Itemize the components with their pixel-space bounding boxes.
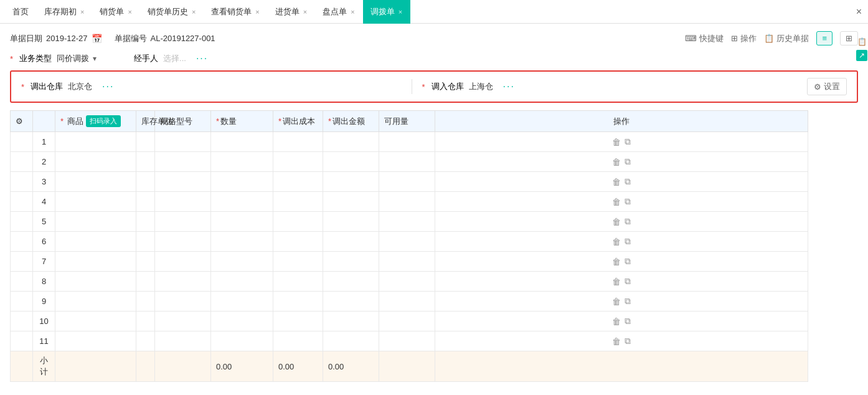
tab-close-inventory-init[interactable]: × [80,8,84,16]
row-avail-2[interactable] [379,152,435,172]
row-unit-11[interactable] [136,331,155,351]
row-spec-1[interactable] [155,132,211,152]
shortcuts-button[interactable]: ⌨ 快捷键 [685,33,724,44]
row-cost-6[interactable] [273,232,323,252]
row-unit-8[interactable] [136,272,155,292]
row-product-5[interactable] [55,212,136,232]
row-qty-5[interactable] [211,212,273,232]
row-qty-7[interactable] [211,252,273,272]
row-avail-5[interactable] [379,212,435,232]
row-amount-11[interactable] [323,331,379,351]
row-product-1[interactable] [55,132,136,152]
warehouse-in-more-btn[interactable]: ··· [498,81,520,92]
copy-row-icon-2[interactable]: ⧉ [625,156,631,167]
row-unit-5[interactable] [136,212,155,232]
row-spec-11[interactable] [155,331,211,351]
person-select[interactable]: 选择... [163,53,186,64]
tab-close-transfer-order[interactable]: × [399,8,402,16]
window-close-button[interactable]: × [856,6,862,17]
row-qty-11[interactable] [211,331,273,351]
tab-sales-order[interactable]: 销货单 × [92,0,139,24]
row-avail-8[interactable] [379,272,435,292]
delete-row-icon-2[interactable]: 🗑 [612,157,621,167]
tab-close-sales-order[interactable]: × [128,8,131,16]
row-spec-4[interactable] [155,192,211,212]
row-cost-4[interactable] [273,192,323,212]
row-product-11[interactable] [55,331,136,351]
copy-row-icon-7[interactable]: ⧉ [625,256,631,267]
row-spec-2[interactable] [155,152,211,172]
row-cost-8[interactable] [273,272,323,292]
delete-row-icon-6[interactable]: 🗑 [612,237,621,247]
tab-purchase-order[interactable]: 进货单 × [268,0,315,24]
tab-home[interactable]: 首页 [5,0,37,24]
row-spec-6[interactable] [155,232,211,252]
row-cost-1[interactable] [273,132,323,152]
person-more-btn[interactable]: ··· [191,53,213,64]
row-product-3[interactable] [55,172,136,192]
tab-close-sales-history[interactable]: × [192,8,196,16]
copy-row-icon-5[interactable]: ⧉ [625,216,631,227]
row-cost-5[interactable] [273,212,323,232]
row-qty-6[interactable] [211,232,273,252]
row-spec-5[interactable] [155,212,211,232]
copy-row-icon-3[interactable]: ⧉ [625,176,631,187]
delete-row-icon-5[interactable]: 🗑 [612,217,621,227]
delete-row-icon-4[interactable]: 🗑 [612,197,621,207]
copy-row-icon-4[interactable]: ⧉ [625,196,631,207]
delete-row-icon-10[interactable]: 🗑 [612,316,621,326]
row-qty-1[interactable] [211,132,273,152]
row-unit-10[interactable] [136,312,155,331]
row-unit-7[interactable] [136,252,155,272]
row-avail-10[interactable] [379,312,435,331]
row-product-6[interactable] [55,232,136,252]
tab-view-sales[interactable]: 查看销货单 × [204,0,267,24]
row-product-10[interactable] [55,312,136,331]
tab-close-inventory-count[interactable]: × [351,8,354,16]
row-unit-1[interactable] [136,132,155,152]
delete-row-icon-11[interactable]: 🗑 [612,336,621,346]
operations-button[interactable]: ⊞ 操作 [731,33,757,44]
tab-close-view-sales[interactable]: × [255,8,259,16]
row-spec-7[interactable] [155,252,211,272]
row-cost-7[interactable] [273,252,323,272]
row-product-8[interactable] [55,272,136,292]
sidebar-expand-btn[interactable]: ↗ [856,50,867,61]
row-qty-2[interactable] [211,152,273,172]
row-unit-3[interactable] [136,172,155,192]
scan-entry-button[interactable]: 扫码录入 [86,115,121,127]
delete-row-icon-7[interactable]: 🗑 [612,257,621,267]
calendar-icon[interactable]: 📅 [92,34,102,44]
row-cost-2[interactable] [273,152,323,172]
delete-row-icon-3[interactable]: 🗑 [612,177,621,187]
row-amount-5[interactable] [323,212,379,232]
tab-close-purchase-order[interactable]: × [303,8,307,16]
row-spec-3[interactable] [155,172,211,192]
copy-row-icon-1[interactable]: ⧉ [625,136,631,147]
copy-row-icon-11[interactable]: ⧉ [625,336,631,346]
delete-row-icon-9[interactable]: 🗑 [612,297,621,307]
settings-button[interactable]: ⚙ 设置 [807,78,847,95]
warehouse-out-more-btn[interactable]: ··· [97,81,119,92]
row-qty-10[interactable] [211,312,273,331]
row-amount-3[interactable] [323,172,379,192]
row-avail-4[interactable] [379,192,435,212]
row-qty-3[interactable] [211,172,273,192]
tab-transfer-order[interactable]: 调拨单 × [363,0,410,24]
row-amount-9[interactable] [323,292,379,312]
row-cost-11[interactable] [273,331,323,351]
tab-inventory-init[interactable]: 库存期初 × [37,0,92,24]
row-avail-3[interactable] [379,172,435,192]
copy-row-icon-6[interactable]: ⧉ [625,236,631,247]
row-cost-3[interactable] [273,172,323,192]
row-amount-2[interactable] [323,152,379,172]
row-unit-4[interactable] [136,192,155,212]
row-qty-9[interactable] [211,292,273,312]
row-qty-8[interactable] [211,272,273,292]
tab-sales-history[interactable]: 销货单历史 × [140,0,204,24]
row-cost-10[interactable] [273,312,323,331]
row-avail-11[interactable] [379,331,435,351]
row-avail-7[interactable] [379,252,435,272]
copy-row-icon-8[interactable]: ⧉ [625,276,631,287]
row-spec-8[interactable] [155,272,211,292]
